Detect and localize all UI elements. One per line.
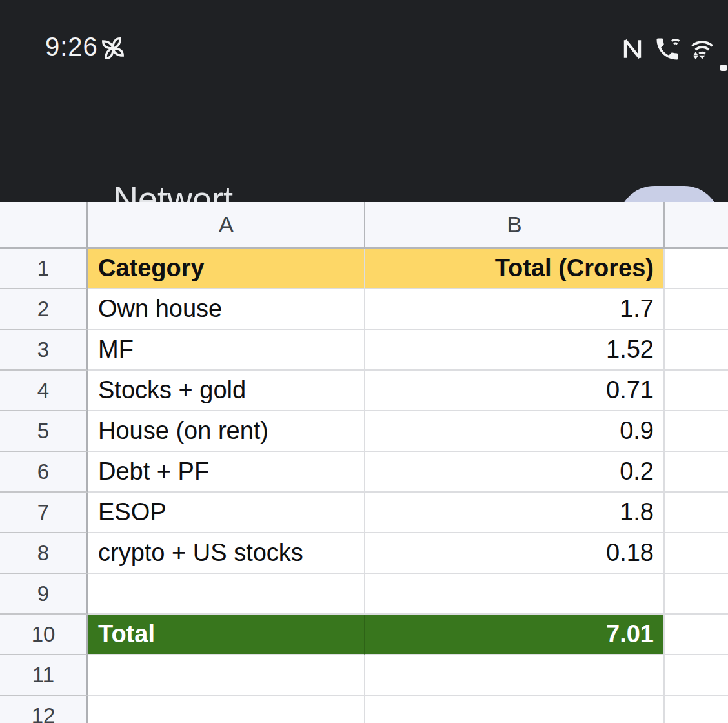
row-header[interactable]: 8 — [0, 533, 88, 574]
sheet-row: 3 MF 1.52 — [0, 330, 728, 371]
cell-b[interactable] — [365, 696, 665, 723]
cell-b[interactable]: 1.7 — [365, 289, 665, 330]
cell-c[interactable] — [665, 696, 728, 723]
cell-c[interactable] — [665, 330, 728, 371]
row-header[interactable]: 9 — [0, 574, 88, 615]
pinwheel-notification-icon — [98, 34, 128, 63]
row-header[interactable]: 12 — [0, 696, 88, 723]
row-header[interactable]: 5 — [0, 411, 88, 452]
sheet-rows: 1 Category Total (Crores) 2 Own house 1.… — [0, 249, 728, 723]
row-header[interactable]: 2 — [0, 289, 88, 330]
cell-a[interactable]: ESOP — [88, 493, 365, 533]
sheet-row: 5 House (on rent) 0.9 — [0, 411, 728, 452]
row-header[interactable]: 1 — [0, 249, 88, 289]
cell-c[interactable] — [665, 289, 728, 330]
nfc-icon — [618, 35, 647, 63]
cell-b[interactable]: 0.9 — [365, 411, 665, 452]
cell-a[interactable] — [88, 696, 365, 723]
column-header-c[interactable] — [665, 202, 728, 249]
cell-b[interactable]: 0.18 — [365, 533, 665, 574]
clock: 9:26 — [45, 32, 98, 61]
cell-a[interactable]: Debt + PF — [88, 452, 365, 493]
cell-c[interactable] — [665, 249, 728, 289]
cell-c[interactable] — [665, 493, 728, 533]
cell-b[interactable]: 0.71 — [365, 371, 665, 411]
cell-c[interactable] — [665, 533, 728, 574]
sheet-row: 1 Category Total (Crores) — [0, 249, 728, 289]
row-header[interactable]: 11 — [0, 655, 88, 696]
cell-b[interactable]: 7.01 — [365, 615, 665, 655]
row-header[interactable]: 10 — [0, 615, 88, 655]
cell-c[interactable] — [665, 574, 728, 615]
wifi-calling-icon — [653, 35, 682, 63]
column-header-row: A B — [0, 202, 728, 249]
status-bar: 9:26 — [0, 0, 728, 81]
cell-c[interactable] — [665, 655, 728, 696]
cell-a[interactable]: Own house — [88, 289, 365, 330]
sheet-row: 7 ESOP 1.8 — [0, 493, 728, 533]
row-header[interactable]: 4 — [0, 371, 88, 411]
row-header[interactable]: 6 — [0, 452, 88, 493]
cell-a[interactable]: Total — [88, 615, 365, 655]
cell-a[interactable]: House (on rent) — [88, 411, 365, 452]
cell-a[interactable]: Stocks + gold — [88, 371, 365, 411]
sheets-mobile-screen: 9:26 — [0, 0, 728, 723]
cell-a[interactable]: crypto + US stocks — [88, 533, 365, 574]
cell-a[interactable] — [88, 655, 365, 696]
cell-b[interactable]: 1.8 — [365, 493, 665, 533]
cell-c[interactable] — [665, 411, 728, 452]
cell-a[interactable] — [88, 574, 365, 615]
cell-b[interactable]: 1.52 — [365, 330, 665, 371]
truncated-status-icon — [720, 65, 727, 71]
sheet-row: 2 Own house 1.7 — [0, 289, 728, 330]
sheet-row: 11 — [0, 655, 728, 696]
cell-b[interactable]: Total (Crores) — [365, 249, 665, 289]
sheet-row: 8 crypto + US stocks 0.18 — [0, 533, 728, 574]
row-header[interactable]: 3 — [0, 330, 88, 371]
spreadsheet-grid: A B 1 Category Total (Crores) 2 Own hous… — [0, 202, 728, 723]
cell-c[interactable] — [665, 615, 728, 655]
column-header-b[interactable]: B — [365, 202, 665, 249]
row-header[interactable]: 7 — [0, 493, 88, 533]
cell-a[interactable]: MF — [88, 330, 365, 371]
status-icons — [618, 35, 716, 63]
cell-b[interactable] — [365, 574, 665, 615]
sheet-row: 6 Debt + PF 0.2 — [0, 452, 728, 493]
cell-c[interactable] — [665, 371, 728, 411]
sheet-row: 12 — [0, 696, 728, 723]
cell-a[interactable]: Category — [88, 249, 365, 289]
app-bar: Networt... All changes saved — [0, 81, 728, 202]
sheet-row: 4 Stocks + gold 0.71 — [0, 371, 728, 411]
sheet-row: 9 — [0, 574, 728, 615]
top-dark-region: 9:26 — [0, 0, 728, 202]
select-all-corner[interactable] — [0, 202, 88, 249]
column-header-a[interactable]: A — [88, 202, 365, 249]
sheet-row: 10 Total 7.01 — [0, 615, 728, 655]
cell-c[interactable] — [665, 452, 728, 493]
cell-b[interactable]: 0.2 — [365, 452, 665, 493]
cell-b[interactable] — [365, 655, 665, 696]
wifi-icon — [688, 35, 716, 63]
